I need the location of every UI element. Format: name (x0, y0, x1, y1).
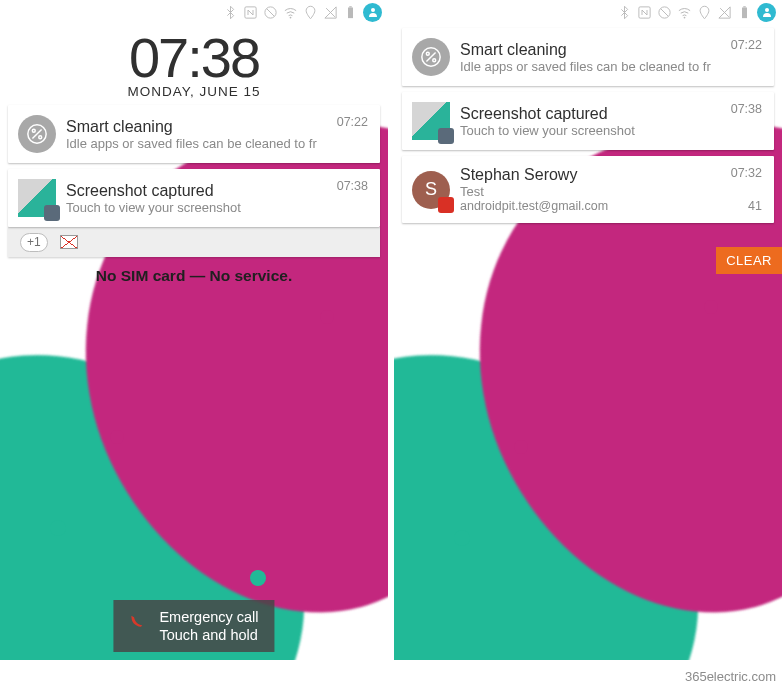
percent-icon (18, 115, 56, 153)
notification-time: 07:22 (337, 115, 368, 129)
phone-notification-shade: Smart cleaning Idle apps or saved files … (394, 0, 782, 660)
emergency-line1: Emergency call (159, 608, 258, 626)
clock-date: MONDAY, JUNE 15 (0, 84, 388, 99)
notification-title: Smart cleaning (66, 118, 370, 136)
notification-subtitle: Touch to view your screenshot (66, 200, 370, 215)
percent-icon (412, 38, 450, 76)
svg-point-17 (433, 59, 436, 62)
sim-status-text: No SIM card — No service. (0, 267, 388, 285)
user-switch-icon[interactable] (757, 3, 776, 22)
svg-rect-3 (348, 7, 353, 18)
battery-icon (343, 5, 358, 20)
svg-rect-13 (743, 6, 746, 7)
nfc-icon (637, 5, 652, 20)
svg-point-5 (371, 8, 375, 12)
notification-smart-cleaning[interactable]: Smart cleaning Idle apps or saved files … (402, 28, 774, 86)
bluetooth-icon (617, 5, 632, 20)
sender-avatar-icon: S (412, 171, 450, 209)
notification-time: 07:32 (731, 166, 762, 180)
svg-rect-12 (742, 7, 747, 18)
location-icon (697, 5, 712, 20)
battery-icon (737, 5, 752, 20)
screenshot-thumbnail-icon (412, 102, 450, 140)
notification-count: 41 (748, 199, 762, 213)
emergency-line2: Touch and hold (159, 626, 258, 644)
overflow-count: +1 (20, 233, 48, 252)
bluetooth-icon (223, 5, 238, 20)
watermark-text: 365electric.com (685, 669, 776, 684)
wifi-icon (283, 5, 298, 20)
phone-icon (129, 614, 149, 638)
notification-screenshot[interactable]: Screenshot captured Touch to view your s… (402, 92, 774, 150)
lock-clock: 07:38 MONDAY, JUNE 15 (0, 30, 388, 99)
svg-rect-4 (349, 6, 352, 7)
screenshot-thumbnail-icon (18, 179, 56, 217)
notification-subtitle: Touch to view your screenshot (460, 123, 764, 138)
clock-time: 07:38 (0, 30, 388, 86)
svg-point-11 (684, 16, 686, 18)
svg-point-8 (39, 136, 42, 139)
notification-screenshot[interactable]: Screenshot captured Touch to view your s… (8, 169, 380, 227)
notification-sender-address: androidpit.test@gmail.com (460, 199, 764, 213)
user-switch-icon[interactable] (363, 3, 382, 22)
nfc-icon (243, 5, 258, 20)
svg-point-2 (290, 16, 292, 18)
notification-title: Screenshot captured (460, 105, 764, 123)
notification-email[interactable]: S Stephan Serowy Test androidpit.test@gm… (402, 156, 774, 223)
wifi-icon (677, 5, 692, 20)
notification-time: 07:38 (731, 102, 762, 116)
svg-point-14 (765, 8, 769, 12)
notification-time: 07:38 (337, 179, 368, 193)
notification-title: Stephan Serowy (460, 166, 764, 184)
gmail-icon (60, 235, 78, 249)
status-bar (394, 0, 782, 24)
notification-title: Screenshot captured (66, 182, 370, 200)
emergency-call-button[interactable]: Emergency call Touch and hold (113, 600, 274, 652)
phone-lockscreen: 07:38 MONDAY, JUNE 15 Smart cleaning Idl… (0, 0, 388, 660)
notification-subtitle: Idle apps or saved files can be cleaned … (460, 59, 764, 74)
no-signal-icon (323, 5, 338, 20)
dnd-icon (657, 5, 672, 20)
svg-point-7 (32, 129, 35, 132)
notification-subject: Test (460, 184, 764, 199)
notification-subtitle: Idle apps or saved files can be cleaned … (66, 136, 370, 151)
clear-all-button[interactable]: CLEAR (716, 247, 782, 274)
notification-time: 07:22 (731, 38, 762, 52)
notification-smart-cleaning[interactable]: Smart cleaning Idle apps or saved files … (8, 105, 380, 163)
location-icon (303, 5, 318, 20)
no-signal-icon (717, 5, 732, 20)
dnd-icon (263, 5, 278, 20)
notification-title: Smart cleaning (460, 41, 764, 59)
svg-point-16 (426, 52, 429, 55)
status-bar (0, 0, 388, 24)
notification-overflow-row[interactable]: +1 (8, 227, 380, 257)
